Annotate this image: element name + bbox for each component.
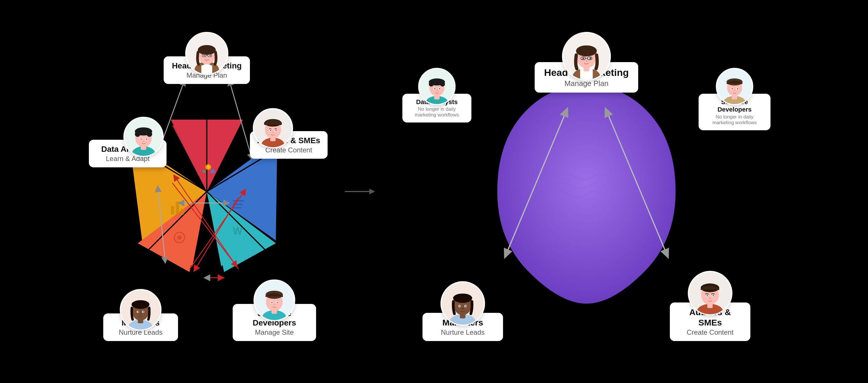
svg-point-10 xyxy=(202,170,206,173)
svg-point-94 xyxy=(586,60,588,62)
svg-point-67 xyxy=(137,311,138,313)
left-card-software-devs: Software Developers Manage Site xyxy=(233,304,316,341)
svg-point-9 xyxy=(207,166,210,168)
svg-point-125 xyxy=(462,308,464,309)
svg-point-45 xyxy=(137,129,142,134)
svg-marker-80 xyxy=(369,189,375,194)
svg-point-50 xyxy=(146,138,147,140)
right-avatar-software-devs xyxy=(716,68,753,105)
transition-arrow xyxy=(342,183,376,200)
right-card-software-devs: Software Developers No longer in daily m… xyxy=(699,94,771,130)
svg-point-133 xyxy=(713,295,714,296)
left-avatar-software-devs xyxy=(254,280,296,321)
svg-point-106 xyxy=(439,88,440,89)
svg-point-78 xyxy=(274,304,275,305)
svg-point-105 xyxy=(434,88,435,89)
svg-point-46 xyxy=(146,129,150,134)
svg-text:W: W xyxy=(233,225,243,237)
left-card-marketers: Marketers Nurture Leads xyxy=(103,313,178,341)
svg-point-90 xyxy=(589,58,591,59)
svg-point-115 xyxy=(737,88,738,89)
right-software-devs-subtitle: No longer in daily marketing workflows xyxy=(706,114,764,126)
right-avatar-authors xyxy=(688,271,733,315)
right-card-head-marketing: Head of Marketing Manage Plan xyxy=(535,62,638,93)
svg-point-132 xyxy=(707,295,708,296)
svg-point-30 xyxy=(198,45,216,55)
svg-point-59 xyxy=(275,130,276,131)
right-data-analysts-subtitle: No longer in daily marketing workflows xyxy=(409,106,464,118)
right-avatar-data-analysts xyxy=(418,68,456,105)
svg-rect-6 xyxy=(176,201,179,215)
svg-point-120 xyxy=(453,294,472,303)
svg-rect-14 xyxy=(233,207,241,209)
left-avatar-marketers xyxy=(120,289,162,331)
svg-rect-12 xyxy=(233,200,244,201)
svg-point-11 xyxy=(210,169,215,174)
svg-point-58 xyxy=(270,130,271,131)
svg-point-38 xyxy=(206,57,208,58)
svg-point-124 xyxy=(465,306,466,307)
svg-point-76 xyxy=(271,302,272,303)
left-avatar-head-marketing xyxy=(185,32,228,75)
svg-rect-7 xyxy=(181,209,184,215)
svg-rect-13 xyxy=(233,203,243,205)
svg-point-86 xyxy=(576,45,597,56)
svg-point-33 xyxy=(203,55,205,56)
svg-point-64 xyxy=(131,300,149,309)
svg-point-60 xyxy=(272,132,274,133)
svg-point-134 xyxy=(709,297,711,299)
right-card-authors: Authors & SMEs Create Content xyxy=(670,302,750,341)
svg-point-69 xyxy=(140,314,142,315)
svg-point-123 xyxy=(459,306,461,307)
right-marketers-subtitle: Nurture Leads xyxy=(429,328,496,337)
left-avatar-authors xyxy=(253,108,293,148)
left-software-devs-subtitle: Manage Site xyxy=(240,328,309,337)
right-avatar-marketers xyxy=(441,281,485,326)
svg-point-101 xyxy=(432,79,436,84)
svg-point-77 xyxy=(277,302,278,303)
svg-point-17 xyxy=(177,235,182,240)
svg-point-68 xyxy=(143,311,144,313)
right-avatar-head-marketing xyxy=(562,32,611,81)
right-diagram: Head of Marketing Manage Plan xyxy=(400,19,773,364)
left-card-authors: Authors & SMEs Create Content xyxy=(250,131,328,159)
right-card-data-analysts: Data Analysts No longer in daily marketi… xyxy=(402,94,471,123)
svg-point-102 xyxy=(438,79,441,84)
svg-point-116 xyxy=(734,90,736,91)
right-authors-subtitle: Create Content xyxy=(677,328,743,337)
purple-blob xyxy=(457,62,716,321)
left-card-data-analysts: Data Analysts Learn & Adapt xyxy=(89,140,166,167)
main-container: W xyxy=(0,0,868,383)
svg-rect-5 xyxy=(171,206,174,215)
svg-point-34 xyxy=(209,55,211,56)
svg-point-114 xyxy=(732,88,733,89)
svg-point-49 xyxy=(141,138,142,140)
svg-point-89 xyxy=(582,58,584,59)
svg-point-107 xyxy=(436,90,438,91)
left-diagram: W xyxy=(95,19,319,364)
left-card-head-marketing: Head of Marketing Manage Plan xyxy=(164,56,250,84)
right-card-marketers: Marketers Nurture Leads xyxy=(423,313,503,341)
left-avatar-data-analysts xyxy=(123,117,164,157)
svg-point-51 xyxy=(143,140,144,142)
